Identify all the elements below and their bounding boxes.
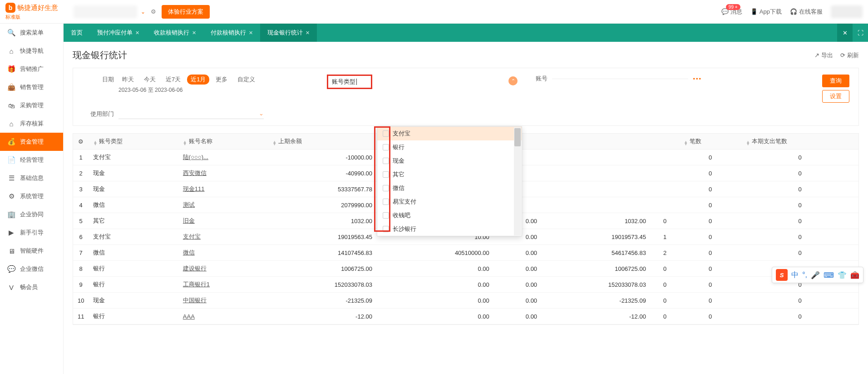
tab[interactable]: 现金银行统计✕ — [260, 24, 317, 42]
account-link[interactable]: AAA — [183, 313, 195, 320]
more-dots-icon[interactable]: ••• — [693, 75, 702, 82]
tab-close-icon[interactable]: ✕ — [249, 30, 253, 36]
experience-button[interactable]: 体验行业方案 — [162, 5, 210, 19]
tab[interactable]: 付款核销执行✕ — [203, 24, 260, 42]
cell[interactable]: AAA — [178, 309, 268, 324]
checkbox[interactable] — [383, 226, 389, 232]
column-header[interactable]: ▲▼上期余额 — [268, 134, 377, 150]
dropdown-option[interactable]: 支付宝 — [377, 127, 522, 140]
tab-close-icon[interactable]: ✕ — [192, 30, 196, 36]
sidebar-item[interactable]: 📄经营管理 — [0, 151, 63, 169]
cell[interactable]: 现金111 — [178, 181, 268, 197]
date-chip[interactable]: 今天 — [140, 75, 159, 85]
checkbox[interactable] — [383, 185, 389, 191]
checkbox[interactable] — [383, 158, 389, 164]
ime-keyboard-icon[interactable]: ⌨ — [824, 271, 834, 279]
scrollbar-thumb[interactable] — [514, 128, 521, 146]
date-chip[interactable]: 更多 — [212, 75, 231, 85]
sort-icon[interactable]: ▲▼ — [746, 141, 750, 145]
app-download-button[interactable]: 📱 App下载 — [750, 8, 782, 16]
cell[interactable]: 工商银行1 — [178, 277, 268, 293]
column-header[interactable] — [542, 134, 651, 150]
column-header[interactable]: ▲▼账号类型 — [89, 134, 178, 150]
account-link[interactable]: 陆(○○○)... — [183, 154, 208, 160]
dropdown-option[interactable]: 长沙银行 — [377, 222, 522, 236]
org-name-blurred[interactable] — [74, 5, 137, 18]
dropdown-option[interactable]: 银行 — [377, 140, 522, 154]
sidebar-item[interactable]: ☰基础信息 — [0, 169, 63, 187]
sidebar-item[interactable]: V畅会员 — [0, 278, 63, 296]
dropdown-scrollbar[interactable] — [514, 127, 521, 235]
tab[interactable]: 收款核销执行✕ — [147, 24, 203, 42]
sidebar-item[interactable]: 🛍采购管理 — [0, 96, 63, 115]
account-link[interactable]: 中国银行 — [183, 297, 207, 304]
column-header[interactable]: ▲▼笔数 — [679, 134, 741, 150]
query-button[interactable]: 查询 — [822, 75, 849, 87]
account-link[interactable]: 建设银行 — [183, 265, 207, 272]
checkbox[interactable] — [383, 199, 389, 205]
account-link[interactable]: 西安微信 — [183, 170, 207, 176]
sidebar-item[interactable]: 💰资金管理 — [0, 133, 63, 151]
sidebar-item[interactable]: 🏢企业协同 — [0, 205, 63, 224]
dept-select[interactable]: ⌄ — [118, 108, 264, 119]
dropdown-option[interactable]: 现金 — [377, 154, 522, 168]
date-chip[interactable]: 近7天 — [162, 75, 184, 85]
checkbox[interactable] — [383, 144, 389, 150]
ime-lang-label[interactable]: 中 — [791, 270, 799, 280]
cell[interactable]: 旧金 — [178, 213, 268, 229]
date-chip[interactable]: 自定义 — [234, 75, 259, 85]
sidebar-item[interactable]: 🔍搜索菜单 — [0, 24, 63, 42]
export-button[interactable]: ↗ 导出 — [814, 51, 833, 60]
sort-icon[interactable]: ▲▼ — [684, 141, 688, 145]
cell[interactable]: 建设银行 — [178, 261, 268, 277]
column-header[interactable]: ▲▼本期支出笔数 — [741, 134, 858, 150]
cell[interactable]: 西安微信 — [178, 165, 268, 181]
tab-close-all-button[interactable]: ✕ — [837, 24, 853, 42]
tab-close-icon[interactable]: ✕ — [135, 30, 139, 36]
ime-toolbox-icon[interactable]: 🧰 — [850, 271, 859, 279]
cell[interactable]: 陆(○○○)... — [178, 150, 268, 165]
gear-icon[interactable]: ⚙ — [78, 138, 84, 145]
sort-icon[interactable]: ▲▼ — [183, 141, 187, 145]
account-link[interactable]: 微信 — [183, 249, 195, 256]
dropdown-option[interactable]: 其它 — [377, 168, 522, 181]
collapse-filter-icon[interactable]: ⌃ — [508, 76, 518, 85]
sidebar-item[interactable]: 💬企业微信 — [0, 260, 63, 278]
ime-mic-icon[interactable]: 🎤 — [811, 271, 820, 279]
account-link[interactable]: 工商银行1 — [183, 281, 210, 288]
column-header[interactable]: ▲▼账号名称 — [178, 134, 268, 150]
messages-button[interactable]: 💬 消息 99 + — [721, 8, 742, 16]
date-chip[interactable]: 昨天 — [118, 75, 138, 85]
cell[interactable]: 微信 — [178, 245, 268, 261]
ime-punct-icon[interactable]: °, — [802, 271, 807, 279]
sidebar-item[interactable]: 👜销售管理 — [0, 78, 63, 96]
sidebar-item[interactable]: ▶新手引导 — [0, 224, 63, 242]
sort-icon[interactable]: ▲▼ — [272, 141, 276, 145]
tab-expand-button[interactable]: ⛶ — [853, 24, 868, 42]
date-chip[interactable]: 近1月 — [187, 75, 209, 85]
account-link[interactable]: 现金111 — [183, 185, 205, 192]
account-type-input-highlight[interactable]: 账号类型 — [327, 75, 372, 89]
refresh-button[interactable]: ⟳ 刷新 — [840, 51, 859, 60]
tab[interactable]: 首页 — [64, 24, 90, 42]
tab[interactable]: 预付冲应付单✕ — [90, 24, 147, 42]
cell[interactable]: 测试 — [178, 197, 268, 213]
sidebar-item[interactable]: ⚙系统管理 — [0, 187, 63, 205]
sidebar-item[interactable]: ⌂快捷导航 — [0, 42, 63, 60]
settings-button[interactable]: 设置 — [822, 90, 849, 103]
column-header[interactable] — [651, 134, 679, 150]
sort-icon[interactable]: ▲▼ — [93, 141, 97, 145]
ime-skin-icon[interactable]: 👕 — [838, 271, 847, 279]
checkbox[interactable] — [383, 212, 389, 219]
column-header[interactable]: ⚙ — [73, 134, 89, 150]
dropdown-option[interactable]: 易宝支付 — [377, 195, 522, 209]
settings-gear-icon[interactable]: ⚙ — [151, 8, 156, 15]
sidebar-item[interactable]: ⌂库存核算 — [0, 115, 63, 133]
dropdown-option[interactable]: 收钱吧 — [377, 209, 522, 222]
org-chevron-icon[interactable]: ⌄ — [141, 9, 145, 15]
ime-toolbar[interactable]: S 中 °, 🎤 ⌨ 👕 🧰 — [772, 267, 863, 283]
checkbox[interactable] — [383, 171, 389, 178]
dropdown-option[interactable]: 微信 — [377, 181, 522, 195]
customer-service-button[interactable]: 🎧 在线客服 — [790, 8, 823, 16]
account-link[interactable]: 旧金 — [183, 217, 195, 224]
